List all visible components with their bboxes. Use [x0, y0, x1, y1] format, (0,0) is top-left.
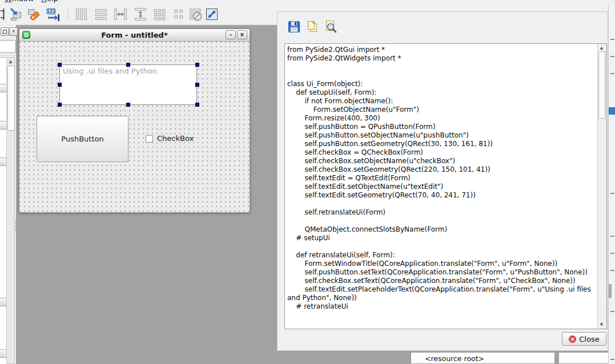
selection-handle-mid-right[interactable]: [195, 83, 199, 87]
selection-handle-bottom-left[interactable]: [58, 103, 62, 107]
code-line: self.pushButton.setObjectName(u"pushButt…: [287, 131, 598, 140]
layout-horizontal-icon[interactable]: [73, 6, 89, 22]
menu-help[interactable]: Help: [41, 0, 58, 3]
scroll-up-icon[interactable]: ▲: [7, 58, 14, 65]
selection-handle-bottom-right[interactable]: [195, 103, 199, 107]
scrollbar-thumb[interactable]: [598, 51, 605, 119]
scroll-down-icon[interactable]: ▼: [598, 321, 605, 328]
edit-buddies-icon[interactable]: [26, 6, 42, 22]
dock-mark: [610, 73, 614, 74]
form-designer-window[interactable]: D Form - untitled* - × Using .ui files a…: [19, 29, 250, 213]
code-line: self.checkBox.setGeometry(QRect(220, 150…: [287, 165, 598, 174]
menu-window[interactable]: Window: [5, 0, 34, 3]
code-line: self.checkBox.setObjectName(u"checkBox"): [287, 157, 598, 165]
layout-horizontal-splitter-icon[interactable]: [112, 6, 128, 22]
close-button[interactable]: ×: [237, 30, 247, 39]
resource-root-item[interactable]: <resource root>: [425, 354, 484, 363]
code-scrollbar[interactable]: ▲ ▼: [597, 44, 606, 329]
code-text[interactable]: from PySide2.QtGui import *from PySide2.…: [285, 44, 598, 329]
dock-mark: [610, 253, 614, 254]
edit-widgets-glyph: [0, 7, 5, 22]
code-line: [287, 71, 598, 80]
dock-mark: [610, 359, 614, 360]
edit-signals-slots-icon[interactable]: [8, 6, 24, 22]
code-line: self.textEdit.setGeometry(QRect(70, 40, …: [287, 191, 598, 200]
code-line: self.textEdit = QTextEdit(Form): [287, 174, 598, 183]
break-layout-glyph: [188, 7, 203, 22]
code-line: from PySide2.QtGui import *: [287, 46, 598, 54]
dock-splitter-handle[interactable]: [15, 220, 16, 231]
layout-vertical-splitter-glyph: [133, 7, 148, 22]
code-preview-dialog: from PySide2.QtGui import *from PySide2.…: [277, 11, 608, 351]
checkbox-label: CheckBox: [157, 134, 194, 143]
find-icon[interactable]: [324, 20, 339, 35]
selection-handle-bottom-center[interactable]: [126, 103, 130, 107]
textedit-placeholder: Using .ui files and Python: [60, 65, 196, 77]
widget-filter-input[interactable]: [0, 40, 16, 53]
dock-close-button[interactable]: ×: [9, 27, 18, 36]
code-view[interactable]: from PySide2.QtGui import *from PySide2.…: [284, 43, 607, 329]
layout-vertical-icon[interactable]: [93, 6, 109, 22]
tab-order-glyph: 123: [45, 7, 60, 22]
layout-form-icon[interactable]: [171, 6, 187, 22]
close-button-label: Close: [579, 335, 599, 343]
scroll-up-icon[interactable]: ▲: [598, 45, 605, 51]
svg-text:123: 123: [47, 9, 55, 14]
dock-scroll-mark: [609, 284, 612, 298]
code-line: [287, 242, 598, 251]
break-layout-icon[interactable]: [187, 6, 203, 22]
form-window-titlebar[interactable]: D Form - untitled* - ×: [19, 29, 250, 42]
adjust-size-glyph: [204, 7, 219, 22]
close-circle-icon: ×: [569, 335, 576, 343]
edit-tab-order-icon[interactable]: 123: [45, 6, 61, 22]
layout-vertical-glyph: [94, 7, 108, 22]
dock-float-button[interactable]: [1, 27, 9, 36]
code-line: [287, 63, 598, 71]
dock-mark: [610, 39, 614, 40]
checkbox-indicator[interactable]: [146, 135, 153, 143]
selection-handle-top-center[interactable]: [126, 63, 130, 67]
code-line: # setupUi: [287, 234, 598, 242]
code-line: def setupUi(self, Form):: [287, 88, 598, 97]
pushbutton-widget[interactable]: PushButton: [37, 116, 128, 162]
dock-mark: [610, 311, 614, 312]
copy-glyph: [306, 20, 319, 34]
selection-handle-mid-left[interactable]: [58, 83, 62, 87]
layout-grid-icon[interactable]: [151, 6, 167, 22]
code-line: [287, 217, 598, 225]
widget-box-panel: × ▲: [0, 25, 16, 364]
code-line: [287, 200, 598, 208]
minimize-button[interactable]: -: [226, 30, 236, 39]
adjust-size-icon[interactable]: [204, 6, 220, 22]
signals-slots-glyph: [9, 7, 23, 22]
layout-vertical-splitter-icon[interactable]: [132, 6, 148, 22]
code-line: and Python", None)): [287, 294, 598, 302]
save-icon[interactable]: [287, 20, 302, 35]
edit-widgets-icon[interactable]: [0, 6, 5, 22]
layout-horizontal-splitter-glyph: [113, 7, 128, 22]
dock-mark: [610, 193, 614, 194]
scrollbar-thumb[interactable]: [7, 66, 15, 131]
close-icon: ×: [11, 29, 15, 34]
find-glyph: [324, 20, 337, 34]
form-window-title: Form - untitled*: [19, 31, 250, 39]
widget-box-list[interactable]: [0, 57, 6, 364]
code-line: self.pushButton.setGeometry(QRect(30, 13…: [287, 140, 598, 148]
widget-box-scrollbar[interactable]: ▲: [6, 57, 15, 364]
layout-form-glyph: [171, 7, 186, 22]
selection-handle-top-right[interactable]: [195, 63, 199, 67]
dock-mark: [610, 270, 614, 271]
toolbar-separator: [67, 9, 69, 21]
dock-mark: [610, 56, 614, 57]
resource-list-pane[interactable]: [558, 352, 615, 364]
copy-icon[interactable]: [306, 20, 320, 35]
float-icon: [3, 30, 7, 34]
code-line: self.textEdit.setObjectName(u"textEdit"): [287, 183, 598, 191]
layout-horizontal-glyph: [74, 7, 89, 22]
right-dock-sliver: [608, 4, 615, 364]
resource-tree-pane[interactable]: <resource root>: [411, 352, 555, 364]
qt-designer-screen: Window Help: [0, 0, 615, 364]
close-dialog-button[interactable]: × Close: [562, 332, 606, 346]
selection-handle-top-left[interactable]: [58, 63, 62, 67]
textedit-widget[interactable]: Using .ui files and Python: [59, 64, 197, 105]
